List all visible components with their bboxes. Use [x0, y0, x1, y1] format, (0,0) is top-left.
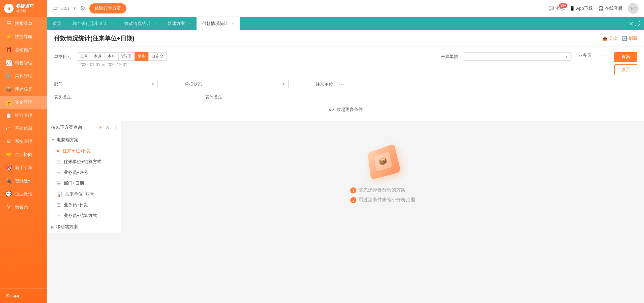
- sidebar-item-wechat[interactable]: 💬 企业微信: [0, 187, 47, 201]
- sidebar-item-finance[interactable]: 💰 资金管理: [0, 96, 47, 109]
- scheme-item-salesman-date[interactable]: ☰ 业务员+日期: [47, 200, 121, 210]
- tab-collection-stat[interactable]: 收款情况统计 ×: [119, 17, 162, 30]
- source-select[interactable]: ▾: [464, 52, 572, 61]
- header-note-input[interactable]: [77, 93, 178, 101]
- basic-info-icon: 🗃: [5, 125, 12, 131]
- tab-close-new-scheme[interactable]: ×: [188, 21, 191, 26]
- scheme-item-dept-date[interactable]: ☰ 部门+日期: [47, 178, 121, 189]
- collapse-btn[interactable]: ∧∧ 收起更多条件: [328, 107, 363, 113]
- sidebar-item-purchase[interactable]: 🛒 采购管理: [0, 69, 47, 83]
- tab-expand-icon[interactable]: ⛶: [635, 21, 640, 27]
- hardware-icon: 🔌: [5, 178, 12, 184]
- sidebar-item-basic-info[interactable]: 🗃 基础信息: [0, 122, 47, 135]
- body-note-input[interactable]: [228, 93, 329, 101]
- app-download-btn[interactable]: 📱 App下载: [569, 5, 593, 11]
- tab-close-collection[interactable]: ×: [154, 21, 156, 26]
- scheme-collapse-icon[interactable]: 《: [112, 124, 117, 130]
- export-icon: 📤: [602, 36, 608, 41]
- app-name: 畅捷通巧: [16, 4, 34, 9]
- sidebar-item-enterprise[interactable]: 🤝 企业协同: [0, 148, 47, 161]
- scheme-group-mobile-header[interactable]: ▶ 移动端方案: [47, 221, 121, 233]
- scheme-item-counterpart-settle[interactable]: ☰ 往来单位+结算方式: [47, 156, 121, 167]
- header-note-label: 表头备注: [54, 94, 74, 100]
- scheme-settings-icon[interactable]: ⊙: [106, 125, 110, 130]
- tab-close-payment[interactable]: ×: [232, 21, 234, 26]
- tab-payment-stat[interactable]: 付款情况统计 ×: [197, 17, 240, 30]
- sidebar-settings-icon[interactable]: ⚙: [5, 293, 10, 299]
- query-btn[interactable]: 查询: [614, 52, 637, 62]
- finance-icon: 💰: [5, 99, 12, 105]
- scheme-panel-label: 按以下方案查询: [51, 124, 82, 130]
- sidebar-item-system[interactable]: ⚙ 系统管理: [0, 135, 47, 148]
- scheme-panel: 按以下方案查询 ＋ ⊙ 《 ▼ 电脑端方案 ● 往来单位+日期: [47, 121, 121, 233]
- scheme-add-icon[interactable]: ＋: [98, 124, 103, 130]
- sidebar-item-marketing[interactable]: 🎁 营销推广: [0, 43, 47, 56]
- sidebar-item-search-menu[interactable]: ☰ 搜索菜单: [0, 17, 47, 30]
- sidebar-item-quick-nav[interactable]: ⚡ 快捷导航: [0, 30, 47, 43]
- scheme-item-counterpart-account[interactable]: 📊 往来单位+账号: [47, 189, 121, 200]
- collapse-up-icon: ∧∧: [328, 107, 335, 112]
- tab-close-all-icon[interactable]: ✕: [629, 21, 633, 27]
- tab-home[interactable]: 首页: [47, 17, 67, 30]
- sidebar-item-hardware[interactable]: 🔌 智能硬件: [0, 174, 47, 187]
- sales-icon: 📈: [5, 60, 12, 66]
- mobile-group-arrow-icon: ▶: [51, 225, 54, 229]
- date-label: 单据日期: [54, 52, 74, 60]
- settings-btn[interactable]: 设置: [614, 64, 637, 75]
- inventory-icon: 📦: [5, 86, 12, 92]
- guide-icon: 🎯: [5, 164, 12, 171]
- sidebar-collapse-icon[interactable]: ◀◀: [13, 294, 19, 298]
- tab-new-scheme[interactable]: 新建方案 ×: [162, 17, 197, 30]
- purchase-icon: 🛒: [5, 73, 12, 79]
- scheme-icon-table4: ☰: [57, 202, 61, 208]
- online-service-btn[interactable]: 🎧 在线客服: [598, 5, 622, 11]
- refresh-btn[interactable]: 🔄 刷新: [622, 35, 637, 41]
- date-range-text: 2022-01-01 至 2022-12-31: [80, 62, 166, 68]
- sidebar-item-sales[interactable]: 📈 销售管理: [0, 56, 47, 69]
- topbar-settings-icon[interactable]: ⚙: [80, 5, 85, 12]
- trial-btn[interactable]: 体验行业方案: [89, 3, 126, 13]
- scheme-item-salesman-account[interactable]: ☰ 业务员+账号: [47, 167, 121, 178]
- tab-close-bank-flow[interactable]: ×: [111, 21, 113, 26]
- date-btn-this-year[interactable]: 本年: [105, 52, 119, 61]
- filter-bar: 单据日期 上月 本月 本年 近7天 更多 自定义 20: [47, 47, 644, 121]
- date-btn-custom[interactable]: 自定义: [148, 52, 167, 61]
- user-avatar[interactable]: Rit: [628, 3, 639, 14]
- date-btn-this-month[interactable]: 本月: [91, 52, 105, 61]
- salesman-select[interactable]: ···: [601, 52, 608, 58]
- dept-label: 部门: [54, 81, 74, 87]
- scheme-group-mobile: ▶ 移动端方案: [47, 221, 121, 233]
- date-btn-last-month[interactable]: 上月: [77, 52, 91, 61]
- salesman-label: 业务员: [578, 52, 598, 58]
- quick-nav-icon: ⚡: [5, 33, 12, 40]
- scheme-item-active-icon: ●: [57, 148, 60, 154]
- topbar-dropdown-icon[interactable]: ▾: [74, 6, 76, 11]
- export-btn[interactable]: 📤 导出: [602, 35, 618, 41]
- date-btn-more[interactable]: 更多: [135, 52, 149, 61]
- date-btn-7days[interactable]: 近7天: [118, 52, 135, 61]
- sidebar: 6 畅捷通巧 标准版 ☰ 搜索菜单 ⚡ 快捷导航 🎁 营销推广 📈 销售管理 🛒…: [0, 0, 47, 303]
- scheme-icon-chart: 📊: [57, 191, 62, 197]
- system-icon: ⚙: [5, 138, 12, 145]
- results-area: 📦 1 请先选择要分析的方案 2 用过滤条件来缩小分析范围: [121, 121, 644, 233]
- scheme-item-counterpart-date[interactable]: ● 往来单位+日期: [47, 146, 121, 156]
- enterprise-icon: 🤝: [5, 151, 12, 158]
- counterpart-select[interactable]: ···: [339, 81, 345, 87]
- page-header: 付款情况统计(往来单位+日期) 📤 导出 🔄 刷新: [47, 30, 644, 47]
- sidebar-item-member[interactable]: V 畅会员: [0, 201, 47, 213]
- scheme-icon-table2: ☰: [57, 170, 61, 175]
- scheme-icon-table3: ☰: [57, 181, 61, 186]
- doc-status-select[interactable]: ▾: [208, 80, 289, 88]
- scheme-item-salesman-settle[interactable]: ☰ 业务员+结算方式: [47, 210, 121, 221]
- sidebar-nav: ☰ 搜索菜单 ⚡ 快捷导航 🎁 营销推广 📈 销售管理 🛒 采购管理 📦 库存核…: [0, 17, 47, 288]
- scheme-group-pc-header[interactable]: ▼ 电脑端方案: [47, 134, 121, 146]
- sidebar-item-guide[interactable]: 🎯 新手引导: [0, 161, 47, 174]
- sidebar-item-inventory[interactable]: 📦 库存核算: [0, 83, 47, 96]
- notifications-btn[interactable]: 💬 消息 99+: [549, 5, 564, 11]
- tab-bank-flow[interactable]: 现金银行流水查询 ×: [67, 17, 119, 30]
- sidebar-item-operations[interactable]: 📋 经营管理: [0, 109, 47, 122]
- scheme-icon-table5: ☰: [57, 213, 61, 218]
- dept-dropdown-icon: ▾: [152, 82, 154, 87]
- dept-select[interactable]: ▾: [77, 80, 158, 88]
- body-area: 按以下方案查询 ＋ ⊙ 《 ▼ 电脑端方案 ● 往来单位+日期: [47, 121, 644, 233]
